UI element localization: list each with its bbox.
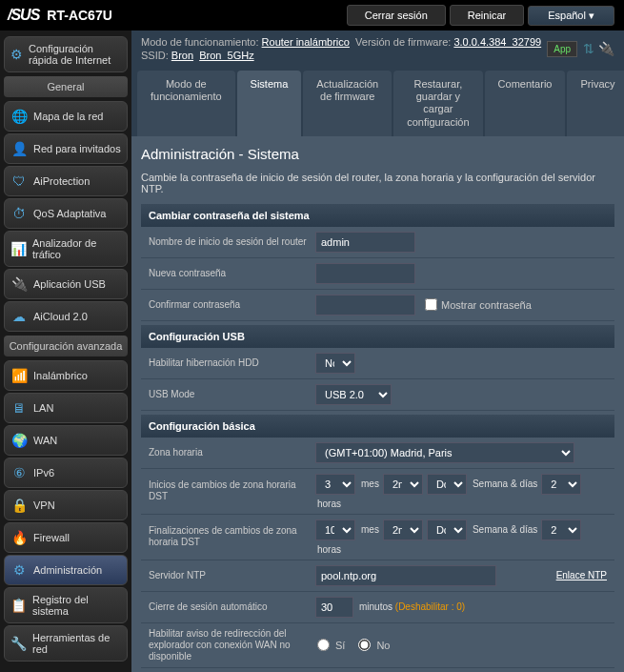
ntp-server-input[interactable] <box>315 565 496 586</box>
autologout-input[interactable] <box>315 597 353 618</box>
usb-icon: 🔌 <box>10 275 28 293</box>
logout-button[interactable]: Cerrar sesión <box>347 5 446 26</box>
firewall-icon: 🔥 <box>10 529 28 546</box>
tab-firmware[interactable]: Actualización de firmware <box>303 71 392 136</box>
dst-end-month[interactable]: 10 <box>315 519 355 540</box>
sidebar-nettools[interactable]: 🔧Herramientas de red <box>4 625 128 662</box>
tools-icon: 🔧 <box>10 635 27 652</box>
sidebar-usbapp[interactable]: 🔌Aplicación USB <box>4 269 128 299</box>
opmode-link[interactable]: Router inalámbrico <box>262 36 350 48</box>
sidebar-wireless[interactable]: 📶Inalámbrico <box>4 360 128 391</box>
sidebar-networkmap[interactable]: 🌐Mapa de la red <box>4 101 128 132</box>
tab-system[interactable]: Sistema <box>237 71 302 136</box>
dst-start-month[interactable]: 3 <box>315 474 355 495</box>
lan-icon: 🖥 <box>10 399 28 417</box>
sidebar-traffic[interactable]: 📊Analizador de tráfico <box>4 231 128 267</box>
ntp-link[interactable]: Enlace NTP <box>556 570 607 580</box>
login-name-input[interactable] <box>315 232 415 253</box>
reboot-button[interactable]: Reinicar <box>450 5 524 26</box>
section-basic: Configuración básica <box>141 415 614 438</box>
ssid-5g[interactable]: Bron_5GHz <box>199 50 253 61</box>
tabs-container: Modo de funcionamiento Sistema Actualiza… <box>131 67 624 136</box>
sidebar-admin[interactable]: ⚙Administración <box>4 555 128 585</box>
sidebar-header-general: General <box>4 76 128 97</box>
sidebar-firewall[interactable]: 🔥Firewall <box>4 522 128 553</box>
shield-icon: 🛡 <box>10 173 28 190</box>
wan-icon: 🌍 <box>10 432 28 449</box>
sidebar-aicloud[interactable]: ☁AiCloud 2.0 <box>4 301 128 332</box>
sidebar-lan[interactable]: 🖥LAN <box>4 393 128 423</box>
tab-restore[interactable]: Restaurar, guardar y cargar configuració… <box>393 71 482 136</box>
app-button[interactable]: App <box>547 41 577 57</box>
page-description: Cambie la contraseña de inicio de sesión… <box>141 172 614 194</box>
sidebar-guest[interactable]: 👤Red para invitados <box>4 133 128 164</box>
sidebar: ⚙Configuración rápida de Internet Genera… <box>0 31 131 672</box>
tab-privacy[interactable]: Privacy <box>567 71 624 136</box>
firmware-link[interactable]: 3.0.0.4.384_32799 <box>453 36 541 48</box>
vpn-icon: 🔒 <box>10 497 28 514</box>
sidebar-header-advanced: Configuración avanzada <box>4 336 128 356</box>
sidebar-wan[interactable]: 🌍WAN <box>4 425 128 456</box>
user-icon: 👤 <box>10 140 28 157</box>
admin-icon: ⚙ <box>10 561 28 579</box>
dst-start-day[interactable]: Dom <box>427 474 467 495</box>
gauge-icon: ⏱ <box>10 205 28 222</box>
sidebar-syslog[interactable]: 📋Registro del sistema <box>4 587 128 623</box>
status-indicators: ⇅ 🔌 <box>583 41 614 56</box>
ssid-2g[interactable]: Bron <box>171 50 193 61</box>
dst-start-hour[interactable]: 2 <box>541 474 581 495</box>
tab-opmode[interactable]: Modo de funcionamiento <box>137 71 235 136</box>
language-select[interactable]: Español ▾ <box>528 6 614 26</box>
confirm-password-input[interactable] <box>315 295 415 316</box>
sidebar-aiprotection[interactable]: 🛡AiProtection <box>4 166 128 196</box>
dst-end-day[interactable]: Dom <box>427 519 467 540</box>
chart-icon: 📊 <box>10 240 27 257</box>
sidebar-quick-setup[interactable]: ⚙Configuración rápida de Internet <box>4 36 128 72</box>
new-password-input[interactable] <box>315 263 415 284</box>
section-usb: Configuración USB <box>141 325 614 348</box>
gear-icon: ⚙ <box>10 46 23 63</box>
content-area: Modo de funcionamiento: Router inalámbri… <box>131 31 624 672</box>
section-password: Cambiar contraseña del sistema <box>141 204 614 227</box>
wan-redirect-no[interactable] <box>358 639 371 651</box>
asus-logo: /SUS <box>8 7 39 24</box>
dst-start-week[interactable]: 2nd <box>383 474 423 495</box>
sidebar-qos[interactable]: ⏱QoS Adaptativa <box>4 198 128 229</box>
show-password-checkbox[interactable] <box>425 298 437 311</box>
dst-end-week[interactable]: 2nd <box>383 519 423 540</box>
sidebar-vpn[interactable]: 🔒VPN <box>4 490 128 520</box>
tab-feedback[interactable]: Comentario <box>485 71 566 136</box>
page-title: Administración - Sistema <box>141 146 614 162</box>
globe-icon: 🌐 <box>10 108 28 125</box>
wifi-icon: 📶 <box>10 367 28 384</box>
wan-redirect-yes[interactable] <box>317 639 330 651</box>
usb-mode-select[interactable]: USB 2.0 <box>315 384 392 405</box>
sidebar-ipv6[interactable]: ⑥IPv6 <box>4 458 128 488</box>
ipv6-icon: ⑥ <box>10 464 28 481</box>
timezone-select[interactable]: (GMT+01:00) Madrid, Paris <box>315 442 574 463</box>
cloud-icon: ☁ <box>10 308 28 325</box>
dst-end-hour[interactable]: 2 <box>541 519 581 540</box>
log-icon: 📋 <box>10 597 27 614</box>
model-name: RT-AC67U <box>47 8 111 23</box>
hdd-hibernate-select[interactable]: No <box>315 353 355 374</box>
